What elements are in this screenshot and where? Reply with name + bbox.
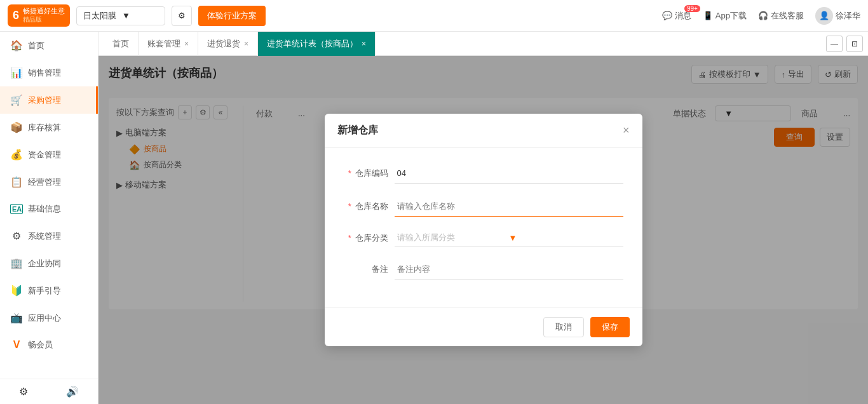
tab-home[interactable]: 首页 (104, 32, 139, 56)
sidebar-item-purchase[interactable]: 🛒 采购管理 (0, 86, 98, 114)
online-service-button[interactable]: 🎧 在线客服 (758, 10, 804, 22)
warehouse-category-dropdown-icon: ▼ (509, 233, 621, 243)
sidebar-item-system[interactable]: ⚙ 系统管理 (0, 222, 98, 250)
app-sub: 精品版 (23, 15, 65, 24)
sidebar-settings-icon[interactable]: ⚙ (19, 386, 28, 398)
phone-icon: 📱 (703, 11, 713, 20)
finance-icon: 💰 (10, 149, 23, 161)
logo-icon: 6 (13, 9, 19, 22)
page-content: 进货单统计（按商品） 🖨 按模板打印 ▼ ↑ 导出 ↺ 刷新 (98, 56, 868, 404)
sidebar-label-basic-info: 基础信息 (28, 203, 61, 215)
required-icon-code: * (348, 168, 351, 178)
warehouse-code-label: * 仓库编码 (344, 168, 395, 179)
sidebar-label-operations: 经营管理 (28, 177, 61, 188)
sidebar-label-sales: 销售管理 (28, 67, 61, 79)
app-download-button[interactable]: 📱 App下载 (703, 10, 747, 22)
username: 徐泽华 (836, 10, 860, 22)
tab-accounts[interactable]: 账套管理 × (139, 32, 198, 56)
tab-home-label: 首页 (112, 38, 129, 50)
message-icon: 💬 (662, 11, 672, 20)
tab-purchase-stat[interactable]: 进货单统计表（按商品） × (258, 32, 376, 56)
cancel-button[interactable]: 取消 (543, 317, 584, 337)
tabs-minimize-btn[interactable]: — (826, 36, 843, 52)
system-icon: ⚙ (10, 230, 23, 242)
sidebar-item-basic-info[interactable]: EA 基础信息 (0, 196, 98, 222)
dialog-close-button[interactable]: × (623, 124, 630, 137)
top-right-area: 💬 消息 99+ 📱 App下载 🎧 在线客服 👤 徐泽华 (662, 7, 860, 25)
warehouse-category-label: * 仓库分类 (344, 232, 395, 244)
logo-area: 6 畅捷通好生意 精品版 (8, 4, 70, 27)
dialog-header: 新增仓库 × (325, 114, 642, 148)
sidebar-label-home: 首页 (28, 40, 44, 51)
tab-purchase-stat-close[interactable]: × (362, 39, 366, 48)
required-icon-category: * (348, 233, 351, 243)
tab-accounts-close[interactable]: × (184, 39, 189, 48)
sidebar-label-vip: 畅会员 (28, 339, 53, 351)
store-selector[interactable]: 日太阳膜 ▼ (76, 6, 165, 25)
basic-info-icon: EA (10, 204, 23, 214)
tabs-bar: 首页 账套管理 × 进货退货 × 进货单统计表（按商品） × — ⊡ (98, 32, 868, 56)
add-warehouse-dialog: 新增仓库 × * 仓库编码 (325, 114, 642, 346)
avatar: 👤 (815, 7, 833, 25)
guide-icon: 🔰 (10, 285, 23, 297)
notes-label: 备注 (344, 264, 395, 275)
notes-input[interactable] (395, 259, 623, 279)
sidebar-item-guide[interactable]: 🔰 新手引导 (0, 277, 98, 304)
tabs-expand-btn[interactable]: ⊡ (846, 36, 863, 52)
app-name: 畅捷通好生意 (23, 7, 65, 15)
purchase-icon: 🛒 (10, 94, 23, 106)
sidebar-item-vip[interactable]: V 畅会员 (0, 332, 98, 358)
required-icon-name: * (348, 201, 351, 211)
top-bar: 6 畅捷通好生意 精品版 日太阳膜 ▼ ⚙ 体验行业方案 💬 消息 99+ 📱 … (0, 0, 868, 32)
overlay: 新增仓库 × * 仓库编码 (98, 56, 868, 404)
sidebar-item-sales[interactable]: 📊 销售管理 (0, 59, 98, 86)
tab-purchase-return-label: 进货退货 (207, 38, 240, 50)
settings-button[interactable]: ⚙ (172, 6, 192, 26)
sidebar-item-home[interactable]: 🏠 首页 (0, 32, 98, 59)
sidebar-item-enterprise[interactable]: 🏢 企业协同 (0, 250, 98, 277)
warehouse-code-input[interactable] (395, 163, 623, 184)
sidebar-label-system: 系统管理 (28, 231, 61, 242)
sidebar-label-enterprise: 企业协同 (28, 258, 61, 269)
inventory-icon: 📦 (10, 121, 23, 133)
gear-icon: ⚙ (178, 11, 186, 20)
sidebar-label-finance: 资金管理 (28, 149, 61, 161)
tab-purchase-return[interactable]: 进货退货 × (198, 32, 258, 56)
warehouse-name-label: * 仓库名称 (344, 201, 395, 212)
vip-icon: V (10, 339, 23, 351)
sales-icon: 📊 (10, 67, 23, 79)
warehouse-category-placeholder: 请输入所属分类 (397, 232, 509, 243)
form-item-code: * 仓库编码 (344, 163, 623, 184)
home-icon: 🏠 (10, 39, 23, 51)
sidebar-item-app-center[interactable]: 📺 应用中心 (0, 304, 98, 332)
operations-icon: 📋 (10, 176, 23, 188)
save-button[interactable]: 保存 (590, 317, 630, 337)
warehouse-name-input[interactable] (395, 196, 623, 217)
warehouse-category-select[interactable]: 请输入所属分类 ▼ (395, 229, 623, 246)
user-area[interactable]: 👤 徐泽华 (815, 7, 860, 25)
tab-purchase-return-close[interactable]: × (244, 39, 248, 48)
sidebar-label-purchase: 采购管理 (28, 95, 61, 106)
dialog-footer: 取消 保存 (325, 307, 642, 346)
sidebar-sound-icon[interactable]: 🔊 (66, 386, 79, 398)
sidebar-bottom: ⚙ 🔊 (0, 379, 98, 404)
online-service-label: 在线客服 (771, 10, 804, 22)
dialog-body: * 仓库编码 * 仓库名称 (325, 148, 642, 307)
message-button[interactable]: 💬 消息 99+ (662, 10, 691, 22)
tab-purchase-stat-label: 进货单统计表（按商品） (267, 38, 358, 50)
sidebar-label-app-center: 应用中心 (28, 313, 61, 324)
sidebar-item-inventory[interactable]: 📦 库存核算 (0, 114, 98, 141)
form-item-category: * 仓库分类 请输入所属分类 ▼ (344, 229, 623, 246)
sidebar-label-inventory: 库存核算 (28, 122, 61, 133)
enterprise-icon: 🏢 (10, 257, 23, 269)
main-layout: 🏠 首页 📊 销售管理 🛒 采购管理 📦 库存核算 💰 资金管理 📋 经营管理 … (0, 32, 868, 404)
sidebar: 🏠 首页 📊 销售管理 🛒 采购管理 📦 库存核算 💰 资金管理 📋 经营管理 … (0, 32, 98, 404)
content-area: 首页 账套管理 × 进货退货 × 进货单统计表（按商品） × — ⊡ 进货单统计… (98, 32, 868, 404)
form-item-notes: 备注 (344, 259, 623, 279)
tab-accounts-label: 账套管理 (147, 38, 180, 50)
sidebar-label-guide: 新手引导 (28, 285, 61, 297)
trial-button[interactable]: 体验行业方案 (198, 6, 266, 26)
sidebar-item-finance[interactable]: 💰 资金管理 (0, 141, 98, 168)
sidebar-item-operations[interactable]: 📋 经营管理 (0, 168, 98, 196)
tabs-actions: — ⊡ (826, 36, 863, 52)
